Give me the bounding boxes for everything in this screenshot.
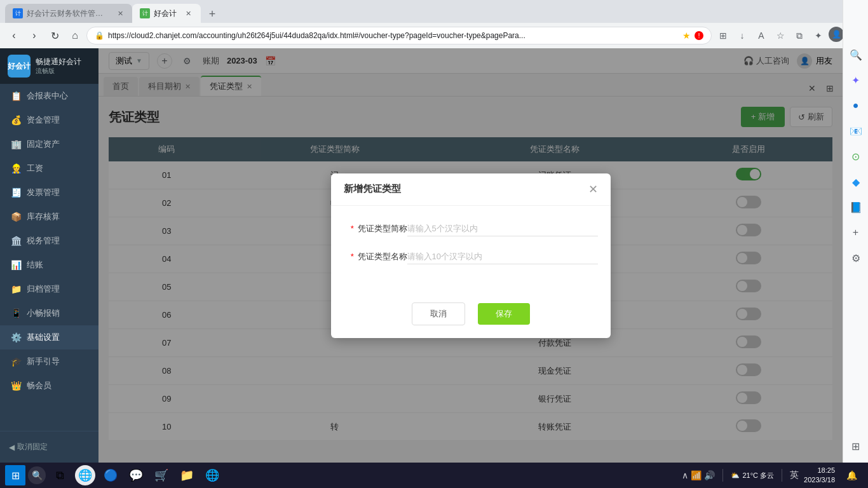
right-diamond-btn[interactable]: ◆: [846, 172, 866, 192]
sidebar-guide-label: 新手引导: [27, 356, 60, 367]
sidebar-reports-label: 会报表中心: [27, 90, 68, 102]
browser-tab-2[interactable]: 计 好会计 ✕: [132, 4, 201, 23]
favorites-btn[interactable]: ☆: [771, 27, 789, 44]
address-text: https://cloud2.chanjet.com/accounting/uh…: [108, 31, 679, 40]
modal-overlay: 新增凭证类型 ✕ * 凭证类型简称 * 凭证类型名称 取消 保存: [98, 48, 843, 463]
taskbar-chrome-icon[interactable]: 🌐: [75, 465, 95, 485]
start-button[interactable]: ⊞: [5, 465, 25, 485]
taskbar-search-button[interactable]: 🔍: [28, 466, 46, 484]
sidebar-item-funds[interactable]: 💰 资金管理: [0, 108, 98, 132]
salary-icon: 👷: [10, 163, 22, 173]
star-icon: ★: [682, 30, 691, 41]
logo-icon: 好会计: [8, 55, 31, 78]
sidebar-inventory-label: 库存核算: [27, 211, 60, 222]
sidebar-member-label: 畅会员: [27, 380, 51, 391]
forward-button[interactable]: ›: [25, 27, 43, 44]
name-input[interactable]: [407, 249, 598, 264]
tray-wifi-icon[interactable]: 📶: [691, 470, 702, 480]
taskbar-date-value: 2023/3/18: [804, 475, 835, 485]
abbr-input[interactable]: [407, 221, 598, 236]
cancel-button[interactable]: 取消: [412, 302, 465, 325]
split-view-btn[interactable]: ⧉: [790, 27, 808, 44]
modal-footer: 取消 保存: [331, 292, 611, 338]
inventory-icon: 📦: [10, 212, 22, 222]
right-copilot-btn[interactable]: ✦: [846, 70, 866, 90]
sidebar-item-member[interactable]: 👑 畅会员: [0, 374, 98, 398]
taskbar-right: ∧ 📶 🔊 ⛅ 21°C 多云 英 18:25 2023/3/18 🔔: [682, 465, 863, 485]
browser-tabs-bar: 计 好会计云财务软件管理系统_会计 ✕ 计 好会计 ✕ +: [0, 0, 868, 23]
tax-icon: 🏛️: [10, 236, 22, 246]
back-button[interactable]: ‹: [5, 27, 23, 44]
save-button[interactable]: 保存: [478, 303, 530, 325]
tray-sound-icon[interactable]: 🔊: [704, 470, 715, 480]
guide-icon: 🎓: [10, 356, 22, 367]
reload-button[interactable]: ↻: [46, 27, 64, 44]
sidebar-item-settings[interactable]: ⚙️ 基础设置: [0, 325, 98, 349]
alert-icon: !: [695, 31, 703, 40]
cancel-fixed-button[interactable]: ◀ 取消固定: [6, 438, 92, 456]
lock-icon: 🔒: [95, 31, 104, 40]
tray-up-arrow[interactable]: ∧: [682, 470, 688, 480]
sidebar-expense-label: 小畅报销: [27, 308, 60, 319]
taskbar: ⊞ 🔍 ⧉ 🌐 🔵 💬 🛒 📁 🌐 ∧ 📶 🔊 ⛅ 21°C 多云 英 18:2…: [0, 463, 868, 488]
tray-lang-icon[interactable]: 英: [790, 470, 799, 481]
right-book-btn[interactable]: 📘: [846, 197, 866, 217]
sidebar-tax-label: 税务管理: [27, 235, 60, 247]
downloads-btn[interactable]: ↓: [733, 27, 751, 44]
weather-icon: ⛅: [731, 471, 740, 480]
taskbar-folder-icon[interactable]: 📁: [177, 465, 197, 485]
modal-header: 新增凭证类型 ✕: [331, 173, 611, 206]
taskbar-store-icon[interactable]: 🛒: [151, 465, 172, 485]
invoice-icon: 🧾: [10, 187, 22, 198]
new-tab-button[interactable]: +: [203, 5, 221, 23]
sidebar-item-reports[interactable]: 📋 会报表中心: [0, 84, 98, 108]
right-outlook-btn[interactable]: 📧: [846, 121, 866, 141]
sidebar-assets-label: 固定资产: [27, 139, 60, 150]
address-bar[interactable]: 🔒 https://cloud2.chanjet.com/accounting/…: [86, 27, 712, 44]
weather-temp: 21°C 多云: [742, 471, 774, 480]
tab1-label: 好会计云财务软件管理系统_会计: [27, 8, 111, 19]
browser-tab-1[interactable]: 计 好会计云财务软件管理系统_会计 ✕: [5, 4, 132, 23]
font-btn[interactable]: A: [752, 27, 770, 44]
sidebar-item-tax[interactable]: 🏛️ 税务管理: [0, 229, 98, 253]
taskbar-weather[interactable]: ⛅ 21°C 多云: [731, 471, 774, 480]
sidebar-item-assets[interactable]: 🏢 固定资产: [0, 132, 98, 156]
right-blue-btn[interactable]: ●: [846, 95, 866, 116]
taskbar-msedge-icon[interactable]: 🌐: [202, 465, 222, 485]
assets-icon: 🏢: [10, 139, 22, 149]
home-button[interactable]: ⌂: [66, 27, 84, 44]
taskbar-tray: ∧ 📶 🔊: [682, 470, 715, 480]
modal-close-button[interactable]: ✕: [588, 182, 598, 196]
tab1-favicon: 计: [13, 8, 23, 18]
collections-btn[interactable]: ✦: [810, 27, 827, 44]
taskbar-multiview-btn[interactable]: ⧉: [50, 465, 70, 485]
right-circle-btn[interactable]: ⊙: [846, 146, 866, 166]
sidebar-item-expense[interactable]: 📱 小畅报销: [0, 301, 98, 325]
right-search-btn[interactable]: 🔍: [846, 44, 866, 65]
sidebar-item-inventory[interactable]: 📦 库存核算: [0, 205, 98, 229]
sidebar-logo: 好会计 畅捷通好会计 流畅版: [0, 48, 98, 84]
right-add-btn[interactable]: +: [846, 222, 866, 243]
right-grid-btn[interactable]: ⊞: [846, 436, 866, 456]
taskbar-wechat-icon[interactable]: 💬: [126, 465, 146, 485]
logo-sub: 流畅版: [36, 67, 81, 76]
tab1-close[interactable]: ✕: [117, 8, 125, 18]
sidebar-item-closing[interactable]: 📊 结账: [0, 253, 98, 277]
browser-toolbar: ‹ › ↻ ⌂ 🔒 https://cloud2.chanjet.com/acc…: [0, 23, 868, 48]
notification-button[interactable]: 🔔: [841, 465, 862, 485]
abbr-label: * 凭证类型简称: [344, 223, 407, 234]
profile-btn[interactable]: 👤: [829, 27, 844, 42]
sidebar-item-invoice[interactable]: 🧾 发票管理: [0, 180, 98, 205]
sidebar-item-archive[interactable]: 📁 归档管理: [0, 277, 98, 301]
taskbar-edge-icon[interactable]: 🔵: [100, 465, 121, 485]
taskbar-datetime[interactable]: 18:25 2023/3/18: [804, 466, 835, 485]
taskbar-time-value: 18:25: [804, 466, 835, 475]
name-form-row: * 凭证类型名称: [344, 249, 598, 264]
sidebar-salary-label: 工资: [27, 163, 43, 174]
sidebar-item-salary[interactable]: 👷 工资: [0, 156, 98, 180]
right-settings-btn[interactable]: ⚙: [846, 248, 866, 268]
extensions-btn[interactable]: ⊞: [714, 27, 732, 44]
sidebar-item-guide[interactable]: 🎓 新手引导: [0, 349, 98, 374]
modal-body: * 凭证类型简称 * 凭证类型名称: [331, 206, 611, 292]
tab2-close[interactable]: ✕: [183, 8, 193, 18]
